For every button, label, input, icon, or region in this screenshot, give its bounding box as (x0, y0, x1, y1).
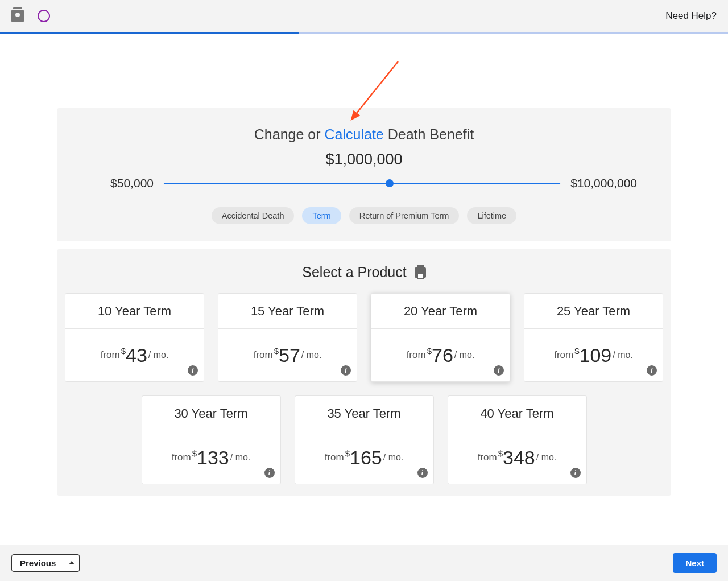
previous-button-group: Previous (11, 554, 80, 572)
price-amount: 57 (279, 344, 300, 366)
product-card[interactable]: 30 Year Termfrom$133/ mo.i (142, 395, 281, 484)
print-icon[interactable] (415, 267, 426, 278)
product-card-title: 15 Year Term (218, 294, 357, 329)
currency-symbol: $ (274, 346, 279, 356)
product-card-body: from$348/ mo. (448, 431, 586, 484)
product-card[interactable]: 15 Year Termfrom$57/ mo.i (218, 293, 357, 382)
currency-symbol: $ (574, 346, 579, 356)
info-icon[interactable]: i (570, 468, 581, 478)
profile-card-icon[interactable] (11, 10, 24, 22)
title-suffix: Death Benefit (384, 126, 474, 142)
per-month-label: / mo. (148, 350, 169, 360)
per-month-label: / mo. (613, 350, 633, 360)
info-icon[interactable]: i (494, 365, 504, 376)
product-card[interactable]: 40 Year Termfrom$348/ mo.i (448, 395, 587, 484)
product-card-body: from$57/ mo. (218, 329, 357, 381)
currency-symbol: $ (345, 448, 350, 458)
panel-title: Change or Calculate Death Benefit (91, 126, 637, 143)
select-product-title: Select a Product (302, 264, 406, 281)
price-amount: 348 (503, 447, 535, 469)
per-month-label: / mo. (454, 350, 475, 360)
info-icon[interactable]: i (264, 468, 275, 478)
per-month-label: / mo. (301, 350, 322, 360)
info-icon[interactable]: i (417, 468, 428, 478)
price-amount: 43 (126, 344, 147, 366)
currency-symbol: $ (427, 346, 432, 356)
from-label: from (478, 452, 497, 463)
slider-min-label: $50,000 (91, 176, 154, 190)
calculate-link[interactable]: Calculate (325, 126, 384, 142)
per-month-label: / mo. (383, 452, 404, 463)
info-icon[interactable]: i (188, 365, 198, 376)
product-card-title: 30 Year Term (142, 396, 280, 431)
product-card[interactable]: 20 Year Termfrom$76/ mo.i (371, 293, 510, 382)
from-label: from (254, 349, 273, 361)
product-card-title: 20 Year Term (371, 294, 510, 329)
from-label: from (554, 349, 573, 361)
currency-symbol: $ (192, 448, 197, 458)
product-card-title: 35 Year Term (295, 396, 433, 431)
death-benefit-panel: Change or Calculate Death Benefit $1,000… (57, 108, 671, 241)
price-amount: 76 (432, 344, 453, 366)
next-button[interactable]: Next (673, 553, 717, 573)
per-month-label: / mo. (536, 452, 557, 463)
progress-bar (0, 32, 728, 34)
product-card[interactable]: 10 Year Termfrom$43/ mo.i (65, 293, 204, 382)
product-card-title: 25 Year Term (524, 294, 663, 329)
help-link[interactable]: Need Help? (665, 10, 717, 22)
product-card[interactable]: 25 Year Termfrom$109/ mo.i (524, 293, 663, 382)
from-label: from (407, 349, 426, 361)
product-card[interactable]: 35 Year Termfrom$165/ mo.i (295, 395, 434, 484)
footer-bar: Previous Next (0, 545, 728, 581)
benefit-slider[interactable] (164, 183, 560, 184)
product-card-body: from$43/ mo. (65, 329, 204, 381)
select-product-panel: Select a Product 10 Year Termfrom$43/ mo… (57, 249, 671, 496)
product-type-pills: Accidental DeathTermReturn of Premium Te… (91, 207, 637, 224)
from-label: from (101, 349, 120, 361)
product-card-body: from$76/ mo. (371, 329, 510, 381)
from-label: from (172, 452, 191, 463)
product-card-title: 10 Year Term (65, 294, 204, 329)
product-card-body: from$133/ mo. (142, 431, 280, 484)
pill-term[interactable]: Term (302, 207, 341, 224)
currency-symbol: $ (121, 346, 126, 356)
night-mode-icon[interactable] (38, 10, 50, 22)
per-month-label: / mo. (230, 452, 251, 463)
previous-button[interactable]: Previous (11, 554, 64, 572)
caret-up-icon (69, 561, 75, 564)
price-amount: 165 (350, 447, 382, 469)
pill-lifetime[interactable]: Lifetime (467, 207, 516, 224)
info-icon[interactable]: i (341, 365, 351, 376)
product-card-body: from$165/ mo. (295, 431, 433, 484)
title-prefix: Change or (254, 126, 325, 142)
price-amount: 133 (197, 447, 229, 469)
product-card-title: 40 Year Term (448, 396, 586, 431)
previous-dropdown[interactable] (64, 554, 80, 572)
currency-symbol: $ (498, 448, 503, 458)
pill-return-of-premium-term[interactable]: Return of Premium Term (349, 207, 460, 224)
product-cards: 10 Year Termfrom$43/ mo.i15 Year Termfro… (64, 293, 664, 484)
pill-accidental-death[interactable]: Accidental Death (212, 207, 295, 224)
product-card-body: from$109/ mo. (524, 329, 663, 381)
info-icon[interactable]: i (647, 365, 657, 376)
slider-max-label: $10,000,000 (570, 176, 637, 190)
price-amount: 109 (580, 344, 612, 366)
from-label: from (325, 452, 344, 463)
slider-thumb[interactable] (386, 179, 394, 187)
progress-fill (0, 32, 299, 34)
benefit-value: $1,000,000 (91, 151, 637, 168)
top-bar: Need Help? (0, 0, 728, 32)
